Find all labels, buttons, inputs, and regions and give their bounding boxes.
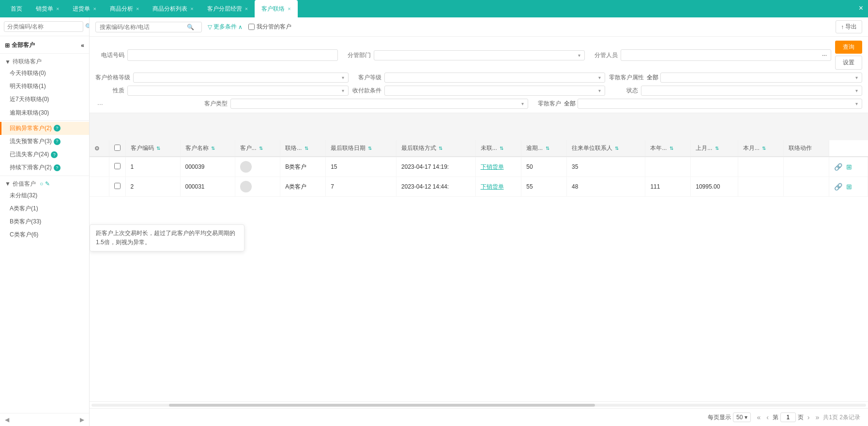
- select-all-checkbox[interactable]: [114, 145, 121, 151]
- value-edit-icon[interactable]: ○: [40, 180, 43, 187]
- first-page-button[interactable]: «: [755, 412, 762, 422]
- row1-grid-icon[interactable]: ⊞: [846, 163, 852, 171]
- close-customer-segment-icon[interactable]: ×: [245, 6, 248, 12]
- nav-customer-segment[interactable]: 客户分层经营 ×: [200, 0, 255, 17]
- col-contacts[interactable]: 往来单位联系人 ⇅: [567, 140, 645, 157]
- window-close-button[interactable]: ×: [859, 4, 863, 13]
- sidebar-item-overdue[interactable]: 逾期未联络(30): [0, 106, 89, 119]
- declining-help-icon[interactable]: ?: [54, 164, 61, 171]
- close-purchase-icon[interactable]: ×: [93, 6, 96, 12]
- sidebar-item-class-b[interactable]: B类客户(33): [0, 215, 89, 228]
- row1-contact-count: 15: [326, 157, 396, 177]
- sidebar-item-churn-warning[interactable]: 流失预警客户(3) ?: [0, 135, 89, 148]
- close-product-analysis-list-icon[interactable]: ×: [190, 6, 193, 12]
- close-sales-icon[interactable]: ×: [56, 6, 59, 12]
- main-search-icon[interactable]: 🔍: [187, 24, 194, 30]
- sidebar-item-class-c[interactable]: C类客户(6): [0, 228, 89, 241]
- sidebar-item-today[interactable]: 今天待联络(0): [0, 67, 89, 80]
- col-last-contact-method[interactable]: 最后联络方式 ⇅: [396, 140, 475, 157]
- phone-input[interactable]: [127, 49, 338, 61]
- prev-page-button[interactable]: ‹: [764, 412, 771, 422]
- close-customer-contact-icon[interactable]: ×: [288, 6, 290, 12]
- nav-sales[interactable]: 销货单 ×: [29, 0, 66, 17]
- my-customers-check[interactable]: [248, 24, 255, 30]
- churn-warning-help-icon[interactable]: ?: [54, 138, 61, 145]
- total-count: 共1页 2条记录: [823, 413, 860, 422]
- table-area[interactable]: ⚙ 客户编码 ⇅ 客户名称 ⇅ 客户... ⇅: [90, 140, 868, 401]
- dept-select[interactable]: ▾: [374, 50, 584, 60]
- search-input-wrap[interactable]: 🔍: [95, 22, 202, 32]
- customer-type-select[interactable]: ▾: [230, 99, 529, 109]
- filter-person: 分管人员 ···: [589, 49, 831, 61]
- sidebar-left-arrow[interactable]: ◀: [5, 416, 9, 423]
- pending-section[interactable]: ▼ 待联络客户: [0, 55, 89, 67]
- row2-link-icon[interactable]: 🔗: [834, 183, 842, 191]
- retail-customer-select[interactable]: ▾: [578, 99, 862, 109]
- nav-customer-contact[interactable]: 客户联络 ×: [255, 0, 297, 17]
- value-edit2-icon[interactable]: ✎: [45, 180, 50, 187]
- page-size-select[interactable]: 50 ▾: [733, 412, 751, 422]
- col-contact-count[interactable]: 联络... ⇅: [280, 140, 326, 157]
- col-uncontacted[interactable]: 未联... ⇅: [475, 140, 521, 157]
- price-level-select[interactable]: ▾: [133, 73, 349, 83]
- export-button[interactable]: ↑ 导出: [836, 20, 862, 33]
- row1-checkbox[interactable]: [109, 157, 125, 177]
- col-last-month[interactable]: 上月... ⇅: [691, 140, 738, 157]
- nav-product-analysis[interactable]: 商品分析 ×: [103, 0, 146, 17]
- more-icon[interactable]: ···: [95, 100, 105, 108]
- sidebar-item-tomorrow[interactable]: 明天待联络(1): [0, 80, 89, 93]
- sidebar-item-declining[interactable]: 持续下滑客户(2) ?: [0, 161, 89, 174]
- grid-icon: ⊞: [5, 42, 10, 49]
- nature-select[interactable]: ▾: [127, 86, 349, 96]
- nav-home[interactable]: 首页: [4, 0, 29, 17]
- sidebar-item-abnormal[interactable]: 回购异常客户(2) ?: [0, 122, 89, 135]
- query-button[interactable]: 查询: [835, 41, 862, 54]
- settings-button[interactable]: 设置: [835, 56, 862, 70]
- sidebar-search-icon[interactable]: 🔍: [85, 23, 90, 30]
- col-last-contact-date[interactable]: 最后联络日期 ⇅: [326, 140, 396, 157]
- person-select[interactable]: ···: [621, 49, 831, 61]
- sidebar-item-churned[interactable]: 已流失客户(24) ?: [0, 148, 89, 161]
- status-select[interactable]: ▾: [641, 86, 862, 96]
- churned-help-icon[interactable]: ?: [51, 151, 58, 158]
- col-customer-level[interactable]: 客户... ⇅: [235, 140, 280, 157]
- row1-avatar: [240, 161, 252, 173]
- customer-level-select[interactable]: ▾: [384, 73, 606, 83]
- main-search-input[interactable]: [100, 24, 187, 30]
- page-number-input[interactable]: [780, 412, 796, 422]
- row2-grid-icon[interactable]: ⊞: [846, 183, 852, 191]
- gear-col[interactable]: ⚙: [90, 140, 109, 157]
- col-customer-code[interactable]: 客户编码 ⇅: [125, 140, 180, 157]
- sidebar-all-customers[interactable]: ⊞ 全部客户 «: [0, 38, 89, 52]
- my-customers-checkbox[interactable]: 我分管的客户: [248, 23, 291, 31]
- retail-attr-select[interactable]: ▾: [660, 73, 862, 83]
- retail-attr-label: 零散客户属性: [609, 73, 644, 82]
- payment-select[interactable]: ▾: [384, 86, 606, 96]
- abnormal-help-icon[interactable]: ?: [54, 125, 61, 132]
- action-buttons: 查询 设置: [835, 41, 862, 70]
- col-customer-name[interactable]: 客户名称 ⇅: [180, 140, 235, 157]
- col-this-month[interactable]: 本月... ⇅: [738, 140, 783, 157]
- horizontal-scrollbar[interactable]: [90, 401, 868, 408]
- checkbox-col[interactable]: [109, 140, 125, 157]
- close-product-analysis-icon[interactable]: ×: [136, 6, 139, 12]
- sidebar-item-7days[interactable]: 近7天待联络(0): [0, 93, 89, 106]
- next-page-button[interactable]: ›: [806, 412, 812, 422]
- row2-action: 🔗 ⊞: [829, 177, 868, 197]
- nav-product-analysis-list[interactable]: 商品分析列表 ×: [146, 0, 200, 17]
- more-conditions-button[interactable]: ▽ 更多条件 ∧: [208, 23, 243, 31]
- sidebar-item-ungroup[interactable]: 未分组(32): [0, 189, 89, 202]
- row2-checkbox[interactable]: [109, 177, 125, 197]
- sidebar-search-input[interactable]: [4, 21, 83, 32]
- collapse-icon[interactable]: «: [81, 42, 84, 49]
- last-page-button[interactable]: »: [814, 412, 822, 422]
- value-section[interactable]: ▼ 价值客户 ○ ✎: [0, 177, 89, 189]
- col-year-amount[interactable]: 本年... ⇅: [645, 140, 691, 157]
- row1-link-icon[interactable]: 🔗: [834, 163, 842, 171]
- sidebar-item-class-a[interactable]: A类客户(1): [0, 202, 89, 215]
- sidebar-right-arrow[interactable]: ▶: [80, 416, 84, 423]
- nav-purchase[interactable]: 进货单 ×: [66, 0, 103, 17]
- status-arrow-icon: ▾: [855, 88, 858, 93]
- scroll-thumb[interactable]: [169, 404, 595, 407]
- col-overdue[interactable]: 逾期... ⇅: [521, 140, 567, 157]
